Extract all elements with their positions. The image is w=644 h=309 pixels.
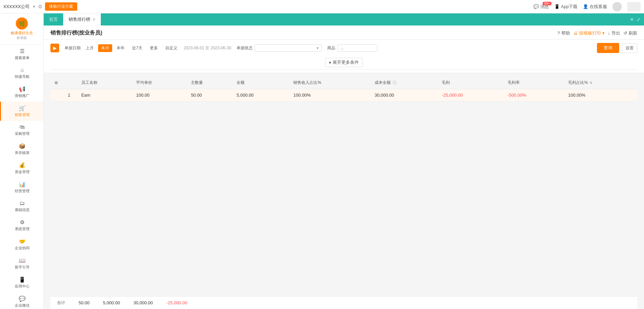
sidebar-label-ops: 经营管理 [15, 189, 30, 194]
tab-sales-rank[interactable]: 销售排行榜 ✕ [63, 13, 101, 25]
sidebar-label-finance: 资金管理 [15, 169, 30, 174]
sidebar-item-appstore[interactable]: 📱 应用中心 [0, 273, 43, 292]
footer-cost-amount: 30,000.00 [133, 300, 153, 305]
col-gross-pct: 毛利占比% ⇅ [564, 76, 637, 89]
system-icon: ⚙ [20, 219, 25, 225]
tab-controls: ✕ ⤢ [627, 17, 644, 22]
expand-down-icon: ▾ [329, 60, 331, 65]
cell-gross-pct: 100.00% [564, 89, 637, 101]
sidebar-item-inventory[interactable]: 📦 库存核算 [0, 140, 43, 159]
company-name: XXXXXX公司 [3, 4, 30, 10]
sidebar-item-sales[interactable]: 🛒 销售管理 [0, 102, 43, 121]
top-bar: XXXXXX公司 ▾ ⚙ 体验行业方案 💬 消息 99+ 📱 App下载 👤 在… [0, 0, 644, 13]
tab-close-window-btn[interactable]: ✕ [630, 17, 634, 22]
product-filter-label: 商品 [327, 45, 335, 51]
coop-icon: 🤝 [19, 238, 26, 245]
filter-bar: ▶ 单据日期 上月 本月 本年 近7天 更多 自定义 2023- [44, 40, 644, 73]
date-options: 上月 本月 本年 近7天 更多 自定义 [83, 44, 180, 52]
print-dropdown-icon: ▾ [602, 31, 605, 36]
sidebar-item-quicknav[interactable]: ⌂ 快捷导航 [0, 64, 43, 83]
status-select[interactable] [255, 44, 322, 52]
print-btn[interactable]: 🖨 按模板打印 ▾ [573, 30, 605, 36]
sidebar-item-coop[interactable]: 🤝 企业协同 [0, 235, 43, 254]
sidebar-item-marketing[interactable]: 📢 营销推广 [0, 83, 43, 102]
sidebar-item-purchase[interactable]: 🛍 采购管理 [0, 121, 43, 140]
sidebar-item-system[interactable]: ⚙ 系统管理 [0, 216, 43, 235]
sidebar-label-system: 系统管理 [15, 226, 30, 231]
col-cost-amount: 成本全额 ⓘ [371, 76, 438, 89]
date-opt-7days[interactable]: 近7天 [129, 44, 145, 52]
date-range: 2023-06-01 至 2023-06-30 [184, 45, 231, 51]
col-total-amount: 全额 [232, 76, 289, 89]
export-label: 导出 [611, 30, 620, 36]
sidebar-label-purchase: 采购管理 [15, 131, 30, 136]
filter-expand-icon[interactable]: ▶ [50, 44, 59, 52]
date-opt-lastmonth[interactable]: 上月 [83, 44, 97, 52]
app-icon: 📱 [554, 4, 560, 9]
tab-home[interactable]: 首页 [44, 13, 63, 25]
col-settings[interactable]: ⚙ [50, 76, 64, 89]
settings-small-btn[interactable]: 设置 [622, 43, 637, 53]
logo-icon: 🌿 [16, 17, 28, 30]
app-download-btn[interactable]: 📱 App下载 [554, 4, 577, 10]
help-btn[interactable]: ? 帮助 [557, 30, 570, 36]
avatar[interactable] [612, 2, 622, 11]
msg-badge: 99+ [543, 2, 552, 5]
trial-btn[interactable]: 体验行业方案 [45, 2, 77, 11]
cost-info-icon[interactable]: ⓘ [393, 81, 396, 85]
query-btn[interactable]: 查询 [597, 43, 619, 53]
cell-rank: 1 [64, 89, 77, 101]
top-bar-right: 💬 消息 99+ 📱 App下载 👤 在线客服 [533, 2, 641, 11]
page-content: 销售排行榜(按业务员) ? 帮助 🖨 按模板打印 ▾ ↓ 导出 [44, 25, 644, 309]
footer-main-qty: 50.00 [79, 300, 90, 305]
sidebar-item-search[interactable]: ☰ 搜索菜单 [0, 45, 43, 64]
sort-icon[interactable]: ⇅ [590, 81, 592, 85]
status-filter: 单据状态 [237, 44, 322, 52]
col-sales-pct: 销售收入占比% [289, 76, 371, 89]
sidebar: 🌿 畅康通好生意 标准版 ☰ 搜索菜单 ⌂ 快捷导航 📢 营销推广 🛒 销售管理… [0, 13, 44, 309]
sidebar-item-basic[interactable]: 🗂 基础信息 [0, 197, 43, 216]
date-opt-thismonth[interactable]: 本月 [98, 44, 112, 52]
tab-home-label: 首页 [49, 16, 58, 22]
cell-main-qty: 50.00 [187, 89, 232, 101]
sidebar-item-ops[interactable]: 📊 经营管理 [0, 178, 43, 197]
wechat-icon: 💬 [19, 296, 26, 302]
online-service-btn[interactable]: 👤 在线客服 [583, 4, 607, 10]
date-opt-custom[interactable]: 自定义 [162, 44, 180, 52]
marketing-icon: 📢 [19, 86, 26, 92]
export-btn[interactable]: ↓ 导出 [608, 30, 620, 36]
col-employee: 员工名称 [77, 76, 132, 89]
cell-settings [50, 89, 64, 101]
table-row: 1 Eam 100.00 50.00 5,000.00 100.00% 30,0… [50, 89, 637, 101]
purchase-icon: 🛍 [19, 124, 25, 130]
logo-text: 畅康通好生意 [11, 31, 33, 36]
expand-conditions-btn[interactable]: ▾ 展开更多条件 [325, 58, 362, 67]
service-icon: 👤 [583, 4, 588, 9]
product-input[interactable] [337, 44, 378, 52]
cell-cost-amount: 30,000.00 [371, 89, 438, 101]
cell-employee: Eam [77, 89, 132, 101]
sidebar-item-finance[interactable]: 💰 资金管理 [0, 159, 43, 178]
date-filter-label: 单据日期 [65, 45, 81, 51]
cell-total-amount: 5,000.00 [232, 89, 289, 101]
table-header-row: ⚙ 员工名称 平均单价 主数量 全额 销售收入占比% 成本全额 ⓘ 毛利 毛利率… [50, 76, 637, 89]
sidebar-label-inventory: 库存核算 [15, 150, 30, 155]
footer-label: 合计 [57, 300, 65, 306]
topbar-settings-icon[interactable]: ⚙ [38, 4, 42, 10]
online-service-label: 在线客服 [590, 4, 607, 10]
refresh-btn[interactable]: ↺ 刷新 [624, 30, 637, 36]
sidebar-item-guide[interactable]: 📖 新手引导 [0, 254, 43, 273]
sidebar-logo: 🌿 畅康通好生意 标准版 [0, 13, 43, 45]
tab-expand-btn[interactable]: ⤢ [637, 17, 641, 22]
date-opt-thisyear[interactable]: 本年 [114, 44, 128, 52]
user-menu[interactable] [627, 2, 641, 11]
message-btn[interactable]: 💬 消息 99+ [533, 4, 549, 10]
sidebar-item-wechat[interactable]: 💬 企业微信 [0, 292, 43, 309]
date-opt-more[interactable]: 更多 [147, 44, 161, 52]
cell-gross-profit: -25,000.00 [438, 89, 503, 101]
tab-close-icon[interactable]: ✕ [92, 17, 95, 22]
sidebar-label-coop: 企业协同 [15, 246, 30, 251]
product-filter: 商品 [327, 44, 378, 52]
company-dropdown-icon[interactable]: ▾ [33, 4, 35, 9]
refresh-icon: ↺ [624, 31, 627, 36]
